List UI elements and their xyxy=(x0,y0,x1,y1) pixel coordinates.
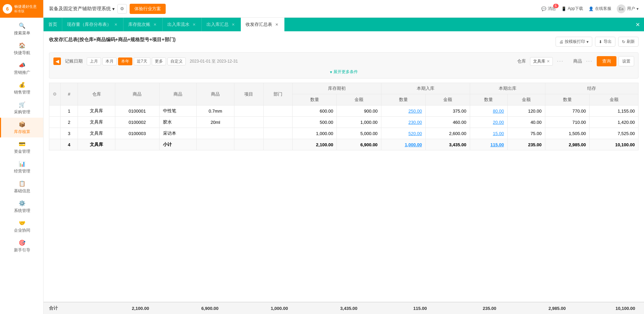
date-7days-btn[interactable]: 近7天 xyxy=(134,57,150,65)
tab-close-inout-summary[interactable]: ✕ xyxy=(231,22,236,27)
cell-in-qty[interactable]: 250.00 xyxy=(381,105,425,117)
sidebar-item-search[interactable]: 🔍搜索菜单 xyxy=(0,19,43,39)
sidebar-item-label: 企业协同 xyxy=(14,228,30,233)
guide-icon: 🎯 xyxy=(19,239,26,246)
subtotal-out-qty[interactable]: 115.00 xyxy=(470,139,508,150)
sidebar-item-finance[interactable]: 💳资金管理 xyxy=(0,137,43,157)
cell-balance-amt: 1,155.00 xyxy=(590,105,639,117)
user-button[interactable]: Ea 用户 ▾ xyxy=(617,4,639,13)
cell-out-amt: 120.00 xyxy=(508,105,545,117)
inventory-icon: 📦 xyxy=(19,121,26,128)
table-header-period-out: 本期出库 xyxy=(470,83,545,94)
footer-bar: 合计 2,100.00 6,900.00 1,000.00 3,435.00 1… xyxy=(44,302,644,314)
cell-goods-code: 0100002 xyxy=(115,117,159,128)
app-download-button[interactable]: 📱 App下载 xyxy=(561,6,583,12)
goods-dots-button[interactable]: ··· xyxy=(586,58,593,64)
footer-opening-qty: 2,100.00 xyxy=(83,306,152,311)
tab-batch[interactable]: 库存批次账✕ xyxy=(123,18,163,31)
table-sub-out-amt: 金额 xyxy=(508,94,545,105)
query-button[interactable]: 查询 xyxy=(597,56,616,66)
trial-button[interactable]: 体验行业方案 xyxy=(130,4,166,14)
cell-goods-spec xyxy=(197,128,234,139)
cell-out-qty[interactable]: 15.00 xyxy=(470,128,508,139)
subtotal-no: 4 xyxy=(61,139,78,150)
warehouse-dots-button[interactable]: ··· xyxy=(557,58,563,64)
online-service-button[interactable]: 👤 在线客服 xyxy=(589,6,611,12)
tab-receipt-summary[interactable]: 收发存汇总表✕ xyxy=(241,18,284,31)
table-sub-balance-amt: 金额 xyxy=(590,94,639,105)
export-icon: ⬇ xyxy=(599,39,602,44)
footer-out-amt: 235.00 xyxy=(430,306,500,311)
sidebar-item-basic-info[interactable]: 📋基础信息 xyxy=(0,177,43,197)
cell-opening-qty: 600.00 xyxy=(293,105,337,117)
sidebar-item-operations[interactable]: 📊经营管理 xyxy=(0,157,43,177)
table-header-goods-code: 商品 xyxy=(115,83,159,105)
warehouse-tag[interactable]: 文具库 ✕ xyxy=(530,57,553,66)
cell-project xyxy=(234,117,263,128)
user-dropdown-icon: ▾ xyxy=(637,6,639,11)
date-more-btn[interactable]: 更多 xyxy=(152,57,166,65)
tab-close-batch[interactable]: ✕ xyxy=(152,22,158,27)
sidebar-item-purchase[interactable]: 🛒采购管理 xyxy=(0,98,43,118)
table-sub-in-qty: 数量 xyxy=(381,94,425,105)
message-icon: 💬 xyxy=(541,6,546,11)
cell-goods-name: 采访本 xyxy=(160,128,197,139)
sidebar-item-quick-nav[interactable]: 🏠快捷导航 xyxy=(0,39,43,59)
cell-balance-amt: 1,420.00 xyxy=(590,117,639,128)
footer-in-amt: 3,435.00 xyxy=(291,306,361,311)
tab-close-inout-flow[interactable]: ✕ xyxy=(192,22,197,27)
cell-out-qty[interactable]: 20.00 xyxy=(470,117,508,128)
expand-conditions-button[interactable]: ▾ 展开更多条件 xyxy=(330,69,358,75)
warehouse-tag-close-icon[interactable]: ✕ xyxy=(547,59,550,64)
logo-sub: 标准版 xyxy=(14,9,37,14)
cell-balance-qty: 770.00 xyxy=(545,105,589,117)
export-button[interactable]: ⬇ 导出 xyxy=(595,37,615,47)
system-title-dropdown[interactable]: 装备及固定资产辅助管理系统 ▾ xyxy=(49,6,115,12)
sidebar-item-system[interactable]: ⚙️系统管理 xyxy=(0,197,43,216)
settings-button[interactable]: 设置 xyxy=(618,56,634,66)
date-this-month-btn[interactable]: 本月 xyxy=(102,57,117,65)
tab-label-batch: 库存批次账 xyxy=(128,21,150,28)
tab-inventory-dist[interactable]: 现存量（库存分布表）✕ xyxy=(62,18,123,31)
print-button[interactable]: 🖨 按模板打印 ▾ xyxy=(556,37,592,47)
tab-close-inventory-dist[interactable]: ✕ xyxy=(113,22,118,27)
tab-home[interactable]: 首页 xyxy=(44,18,62,31)
main-area: 装备及固定资产辅助管理系统 ▾ ⚙ 体验行业方案 💬 消息 6 📱 App下载 … xyxy=(44,0,644,314)
cell-no: 1 xyxy=(61,105,78,117)
sidebar-item-marketing[interactable]: 📣营销推广 xyxy=(0,59,43,78)
table-row: 1 文具库 0100001 中性笔 0.7mm 600.00 900.00 25… xyxy=(49,105,639,117)
subtotal-in-qty[interactable]: 1,000.00 xyxy=(381,139,425,150)
date-custom-btn[interactable]: 自定义 xyxy=(167,57,186,65)
cell-out-qty[interactable]: 80.00 xyxy=(470,105,508,117)
table-header-group-row: ⚙ # 仓库 商品 商品 商品 项目 部门 库存期初 本期入库 本期出库 结存 xyxy=(49,83,639,94)
cell-in-qty[interactable]: 230.00 xyxy=(381,117,425,128)
date-this-year-btn[interactable]: 本年 xyxy=(118,57,132,65)
table-row: 3 文具库 0100003 采访本 1,000.00 5,000.00 520.… xyxy=(49,128,639,139)
table-header-warehouse: 仓库 xyxy=(78,83,115,105)
sidebar-item-inventory[interactable]: 📦库存核算 xyxy=(0,118,43,137)
footer-in-qty: 1,000.00 xyxy=(222,306,291,311)
table-col-settings[interactable]: ⚙ xyxy=(49,83,61,105)
subtotal-label: 小计 xyxy=(160,139,197,150)
print-icon: 🖨 xyxy=(559,39,563,44)
tab-bar-close-button[interactable]: ✕ xyxy=(631,21,644,28)
cell-in-qty[interactable]: 520.00 xyxy=(381,128,425,139)
sidebar-item-sales[interactable]: 💰销售管理 xyxy=(0,78,43,98)
refresh-button[interactable]: ↻ 刷新 xyxy=(618,37,639,47)
tab-inout-flow[interactable]: 出入库流水✕ xyxy=(163,18,202,31)
filter-toggle-button[interactable]: ◀ xyxy=(53,57,61,65)
app-download-label: App下载 xyxy=(568,6,583,12)
sidebar: 6 畅捷通好生意 标准版 🔍搜索菜单🏠快捷导航📣营销推广💰销售管理🛒采购管理📦库… xyxy=(0,0,44,314)
tab-close-receipt-summary[interactable]: ✕ xyxy=(274,22,279,27)
cell-project xyxy=(234,128,263,139)
tab-inout-summary[interactable]: 出入库汇总✕ xyxy=(202,18,241,31)
sidebar-item-label: 快捷导航 xyxy=(14,50,30,56)
date-last-month-btn[interactable]: 上月 xyxy=(87,57,101,65)
messages-button[interactable]: 💬 消息 6 xyxy=(541,6,556,12)
sidebar-item-enterprise[interactable]: 🤝企业协同 xyxy=(0,216,43,236)
cell-balance-qty: 710.00 xyxy=(545,117,589,128)
sidebar-item-label: 基础信息 xyxy=(14,188,30,194)
system-settings-button[interactable]: ⚙ xyxy=(117,4,127,14)
data-table: ⚙ # 仓库 商品 商品 商品 项目 部门 库存期初 本期入库 本期出库 结存 … xyxy=(49,83,639,150)
sidebar-item-guide[interactable]: 🎯新手引导 xyxy=(0,236,43,256)
